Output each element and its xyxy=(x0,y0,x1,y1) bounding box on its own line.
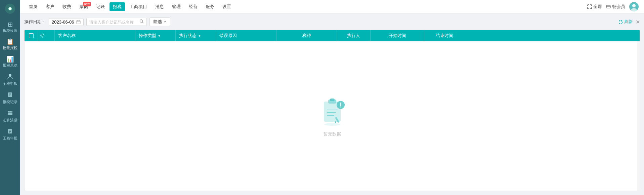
svg-rect-27 xyxy=(330,99,335,101)
search-icon-btn[interactable] xyxy=(139,19,144,25)
overview-icon: 📊 xyxy=(6,56,14,62)
sidebar-item-geshuishenbao[interactable]: 个税申报 xyxy=(0,71,20,89)
person-tax-icon xyxy=(7,73,13,80)
topnav-item-kehu[interactable]: 客户 xyxy=(42,2,58,11)
svg-rect-15 xyxy=(606,5,610,8)
sidebar-item-baoshuijilu-label: 报税记录 xyxy=(3,100,17,105)
sidebar-item-gongshangnianbao-label: 工商年报 xyxy=(3,136,17,141)
topnav-item-gongshangxiangmu[interactable]: 工商项目 xyxy=(126,2,151,11)
th-zhixingren-label: 执行人 xyxy=(347,33,360,39)
svg-point-24 xyxy=(42,35,43,36)
sidebar-item-geshuishenbao-label: 个税申报 xyxy=(3,81,17,86)
batch-tax-icon: 📋 xyxy=(6,39,14,45)
main-area: 首页 客户 收费 票据 new 记账 报税 工商项目 消息 xyxy=(20,0,644,195)
topnav-item-jizhang[interactable]: 记账 xyxy=(93,2,108,11)
th-shuizhong: 税种 xyxy=(276,30,337,41)
date-label: 操作日期： xyxy=(24,19,46,25)
th-kehumingcheng: 客户名称 xyxy=(55,30,135,41)
sidebar-item-huisuanjiaona[interactable]: 汇算清缴 xyxy=(0,107,20,125)
sidebar-item-piliangbaoshui[interactable]: 📋 批量报税 xyxy=(0,36,20,53)
record-icon xyxy=(7,92,13,99)
user-avatar[interactable] xyxy=(629,2,639,11)
vip-button[interactable]: 畅会员 xyxy=(606,4,625,10)
scrollbar[interactable] xyxy=(637,41,640,191)
svg-rect-18 xyxy=(77,21,80,24)
topnav-item-fuwu[interactable]: 服务 xyxy=(202,2,218,11)
th-kaishishijian: 开始时间 xyxy=(371,30,424,41)
table-body: 暂无数据 xyxy=(25,41,640,191)
th-checkbox[interactable] xyxy=(25,30,38,41)
search-icon xyxy=(139,19,144,24)
topnav-item-shouye[interactable]: 首页 xyxy=(26,2,41,11)
filter-button[interactable]: 筛选 xyxy=(149,17,170,26)
svg-point-17 xyxy=(632,4,636,7)
th-shuizhong-label: 税种 xyxy=(302,33,311,39)
svg-line-23 xyxy=(142,22,143,24)
app-logo[interactable] xyxy=(4,3,16,15)
sidebar-item-baoshuijilu[interactable]: 报税记录 xyxy=(0,89,20,107)
topnav-item-xiaoxi[interactable]: 消息 xyxy=(152,2,167,11)
sidebar-item-huisuanjiaona-label: 汇算清缴 xyxy=(3,118,17,123)
empty-state: 暂无数据 xyxy=(315,95,349,137)
settlement-icon xyxy=(7,110,13,117)
topnav-item-guanli[interactable]: 管理 xyxy=(169,2,184,11)
th-kehumingcheng-label: 客户名称 xyxy=(58,33,76,39)
date-picker[interactable]: 2023-06-06 xyxy=(49,18,84,26)
topnav-item-baoshui[interactable]: 报税 xyxy=(110,2,125,11)
topnav-item-shezhi[interactable]: 设置 xyxy=(219,2,234,11)
th-zhixingzhuangtai-label: 执行状态 xyxy=(179,33,197,39)
empty-text: 暂无数据 xyxy=(324,131,341,137)
topnav-item-jingying[interactable]: 经营 xyxy=(185,2,201,11)
fullscreen-button[interactable]: 全屏 xyxy=(587,4,602,10)
sidebar-item-piliangbaoshui-label: 批量报税 xyxy=(3,45,17,50)
caozuoleixing-filter-icon[interactable]: ▼ xyxy=(158,34,161,38)
th-cuowuyuanyin-label: 错误原因 xyxy=(219,33,237,39)
search-box[interactable] xyxy=(86,18,147,26)
sidebar-item-baoshuizonglan[interactable]: 📊 报税总览 xyxy=(0,53,20,71)
th-cuowuyuanyin: 错误原因 xyxy=(216,30,276,41)
refresh-label: 刷新 xyxy=(624,19,633,25)
filter-label: 筛选 xyxy=(153,19,162,25)
vip-icon xyxy=(606,4,611,9)
th-settings xyxy=(38,30,55,41)
svg-point-33 xyxy=(340,107,341,108)
table-header: 客户名称 操作类型 ▼ 执行状态 ▼ 错误原因 税种 执行人 xyxy=(25,30,640,41)
svg-rect-13 xyxy=(9,131,11,132)
close-button[interactable]: ✕ xyxy=(636,19,640,25)
topnav: 首页 客户 收费 票据 new 记账 报税 工商项目 消息 xyxy=(20,0,644,13)
th-zhixingzhuangtai: 执行状态 ▼ xyxy=(176,30,216,41)
topnav-item-shoufei[interactable]: 收费 xyxy=(59,2,75,11)
search-input[interactable] xyxy=(89,20,139,25)
topnav-item-piaoju[interactable]: 票据 new xyxy=(76,2,91,11)
th-jieshushijian: 结束时间 xyxy=(424,30,465,41)
svg-rect-12 xyxy=(9,130,11,130)
empty-illustration xyxy=(315,95,349,128)
svg-rect-7 xyxy=(8,111,12,115)
select-all-checkbox[interactable] xyxy=(29,33,34,38)
new-badge: new xyxy=(83,2,91,6)
chevron-down-icon xyxy=(163,20,167,24)
refresh-icon xyxy=(618,20,623,24)
sidebar-item-gongshangnianbao[interactable]: 工商年报 xyxy=(0,125,20,144)
toolbar: 操作日期： 2023-06-06 xyxy=(24,17,640,26)
table-container: 客户名称 操作类型 ▼ 执行状态 ▼ 错误原因 税种 执行人 xyxy=(24,30,640,191)
settings-icon: ⊞ xyxy=(8,22,13,28)
sidebar-item-baoshuishezhi-label: 报税设置 xyxy=(3,28,17,33)
svg-rect-14 xyxy=(9,132,10,133)
topnav-right: 全屏 畅会员 xyxy=(587,2,639,11)
sidebar: ⊞ 报税设置 📋 批量报税 📊 报税总览 个税申报 报税记录 xyxy=(0,0,20,195)
calendar-icon xyxy=(76,20,81,24)
settings-icon xyxy=(40,33,45,38)
svg-point-1 xyxy=(9,7,11,10)
th-jieshushijian-label: 结束时间 xyxy=(436,33,453,39)
svg-point-22 xyxy=(140,20,142,23)
sidebar-item-baoshuizonglan-label: 报税总览 xyxy=(3,63,17,68)
sidebar-item-baoshuishezhi[interactable]: ⊞ 报税设置 xyxy=(0,19,20,36)
topnav-items: 首页 客户 收费 票据 new 记账 报税 工商项目 消息 xyxy=(26,2,587,11)
svg-point-2 xyxy=(9,74,11,77)
content: 操作日期： 2023-06-06 xyxy=(20,13,644,195)
th-caozuoleixing-label: 操作类型 xyxy=(139,33,156,39)
refresh-button[interactable]: 刷新 xyxy=(618,19,633,25)
zhixingzhuangtai-filter-icon[interactable]: ▼ xyxy=(198,34,201,38)
th-zhixingren: 执行人 xyxy=(337,30,371,41)
